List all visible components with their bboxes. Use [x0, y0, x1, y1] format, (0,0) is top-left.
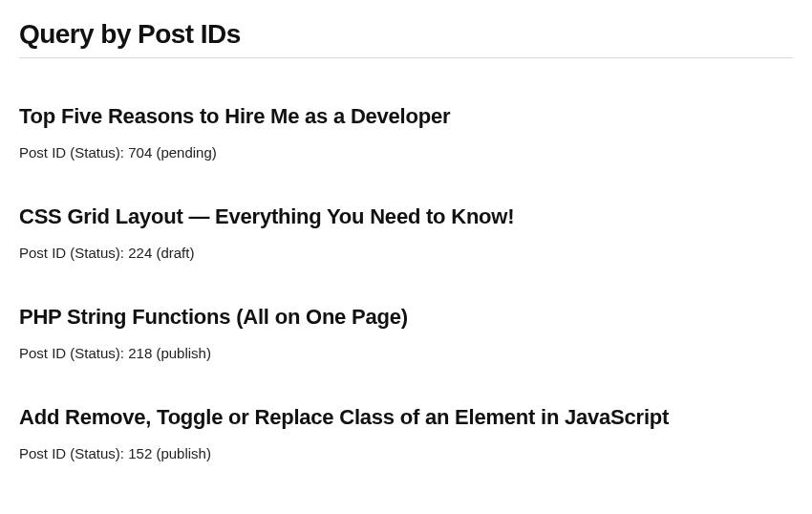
- post-meta: Post ID (Status): 704 (pending): [19, 144, 793, 161]
- list-item: PHP String Functions (All on One Page) P…: [19, 305, 793, 361]
- list-item: CSS Grid Layout — Everything You Need to…: [19, 204, 793, 261]
- post-status: pending: [160, 144, 211, 161]
- post-meta-label: Post ID (Status):: [19, 445, 124, 461]
- page: Query by Post IDs Top Five Reasons to Hi…: [0, 0, 812, 461]
- post-id: 224: [128, 245, 152, 261]
- post-title[interactable]: Add Remove, Toggle or Replace Class of a…: [19, 405, 793, 430]
- post-status: publish: [160, 445, 206, 461]
- post-status: publish: [160, 345, 206, 361]
- list-item: Add Remove, Toggle or Replace Class of a…: [19, 405, 793, 461]
- post-meta: Post ID (Status): 152 (publish): [19, 445, 793, 461]
- post-title[interactable]: CSS Grid Layout — Everything You Need to…: [19, 204, 793, 229]
- list-item: Top Five Reasons to Hire Me as a Develop…: [19, 104, 793, 161]
- post-meta: Post ID (Status): 218 (publish): [19, 345, 793, 361]
- post-list: Top Five Reasons to Hire Me as a Develop…: [19, 58, 793, 461]
- page-title: Query by Post IDs: [19, 19, 793, 58]
- post-title[interactable]: Top Five Reasons to Hire Me as a Develop…: [19, 104, 793, 129]
- post-meta-label: Post ID (Status):: [19, 245, 124, 261]
- post-id: 218: [128, 345, 152, 361]
- post-meta: Post ID (Status): 224 (draft): [19, 245, 793, 261]
- post-meta-label: Post ID (Status):: [19, 144, 124, 161]
- post-status: draft: [160, 245, 189, 261]
- post-id: 152: [128, 445, 152, 461]
- post-title[interactable]: PHP String Functions (All on One Page): [19, 305, 793, 330]
- post-id: 704: [128, 144, 152, 161]
- post-meta-label: Post ID (Status):: [19, 345, 124, 361]
